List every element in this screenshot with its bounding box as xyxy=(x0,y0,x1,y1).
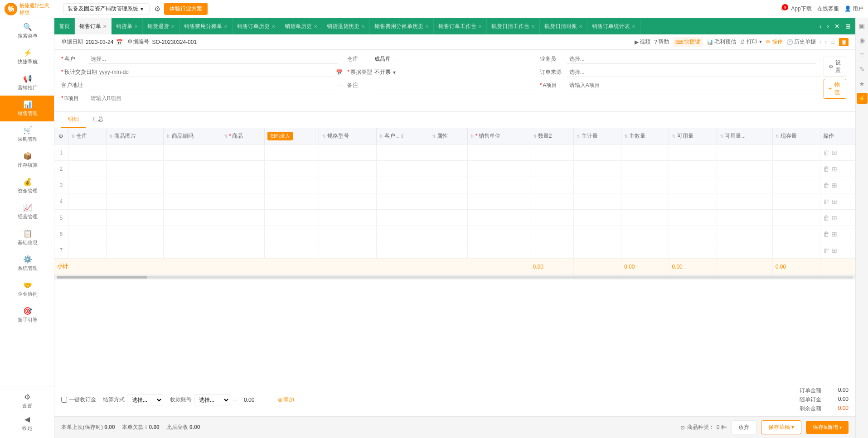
tab-close-12[interactable]: ✕ xyxy=(632,24,635,29)
tab-close-all-btn[interactable]: ✕ xyxy=(832,22,842,31)
row-customer-code[interactable] xyxy=(376,161,429,177)
delete-icon[interactable]: 🗑 xyxy=(823,214,829,221)
right-panel-icon-3[interactable]: ≡ xyxy=(857,49,868,60)
tab-menu-btn[interactable]: ⊞ xyxy=(843,22,853,31)
sidebar-item-10[interactable]: 🤝企业协同 xyxy=(0,276,54,302)
copy-icon[interactable]: ⊞ xyxy=(832,182,837,189)
row-warehouse[interactable] xyxy=(68,193,106,210)
sort-asc-icon4[interactable]: ⇅ xyxy=(224,134,228,139)
tab-close-10[interactable]: ✕ xyxy=(531,24,535,29)
sort-asc-icon13[interactable]: ⇅ xyxy=(720,134,723,139)
sidebar-item-11[interactable]: 🎯新手引导 xyxy=(0,302,54,328)
row-warehouse[interactable] xyxy=(68,177,106,193)
toolbar-active-btn[interactable]: ▣ xyxy=(839,38,849,46)
row-code[interactable] xyxy=(164,226,221,242)
right-panel-icon-4[interactable]: ✎ xyxy=(857,64,868,75)
row-spec[interactable] xyxy=(319,161,376,177)
history-link[interactable]: 🕐 历史单据 xyxy=(786,38,816,46)
remark-input[interactable] xyxy=(374,81,535,90)
ops-btn[interactable]: ⚙ 操作 xyxy=(766,38,783,46)
row-warehouse[interactable] xyxy=(68,242,106,259)
tab-item-4[interactable]: 销售费用分摊单✕ xyxy=(179,18,233,34)
copy-icon[interactable]: ⊞ xyxy=(832,149,837,156)
scroll-thumb[interactable] xyxy=(57,276,147,279)
delete-icon[interactable]: 🗑 xyxy=(823,182,829,189)
sidebar-item-0[interactable]: 🔍搜索菜单 xyxy=(0,18,54,44)
sort-asc-icon8[interactable]: ⇅ xyxy=(470,134,474,139)
order-source-input[interactable] xyxy=(567,67,821,77)
row-qty2[interactable] xyxy=(530,193,573,210)
save-new-btn[interactable]: 保存&新增 ▾ xyxy=(806,421,849,434)
row-code[interactable] xyxy=(164,193,221,210)
row-property[interactable] xyxy=(429,177,467,193)
tab-item-6[interactable]: 销货单历史✕ xyxy=(280,18,322,34)
copy-icon[interactable]: ⊞ xyxy=(832,214,837,221)
customer-more-icon[interactable]: ··· xyxy=(339,57,343,62)
row-property[interactable] xyxy=(429,242,467,259)
row-product[interactable] xyxy=(221,242,264,259)
row-qty2[interactable] xyxy=(530,161,573,177)
sort-asc-icon6[interactable]: ⇅ xyxy=(379,134,383,139)
horizontal-scrollbar[interactable] xyxy=(54,275,855,279)
row-warehouse[interactable] xyxy=(68,161,106,177)
right-panel-icon-2[interactable]: ◉ xyxy=(857,35,868,46)
tab-item-11[interactable]: 钱货日清对账✕ xyxy=(540,18,587,34)
message-badge[interactable]: ✉ 9 xyxy=(781,6,786,12)
row-spec[interactable] xyxy=(319,226,376,242)
settings-icon[interactable]: ⚙ xyxy=(154,5,160,13)
tab-item-0[interactable]: 首页 xyxy=(54,18,75,34)
sidebar-item-8[interactable]: 📋基础信息 xyxy=(0,225,54,250)
row-main-qty[interactable] xyxy=(621,177,669,193)
sort-asc-icon2[interactable]: ⇅ xyxy=(109,134,113,139)
toolbar-prev-btn[interactable]: ‹ xyxy=(820,39,821,45)
customer-input[interactable] xyxy=(88,54,338,64)
row-warehouse[interactable] xyxy=(68,226,106,242)
add-product-btn[interactable]: +物流 xyxy=(824,79,846,99)
online-service-link[interactable]: 在线客服 xyxy=(817,5,839,13)
toolbar-grid-btn[interactable]: ☰ xyxy=(830,39,835,45)
tab-item-7[interactable]: 销货退货历史✕ xyxy=(322,18,370,34)
tab-item-3[interactable]: 销货退货✕ xyxy=(143,18,179,34)
sort-asc-icon14[interactable]: ⇅ xyxy=(776,134,779,139)
sidebar-collapse[interactable]: ◀ 收起 xyxy=(0,412,54,434)
tab-next-btn[interactable]: › xyxy=(824,22,831,31)
row-spec[interactable] xyxy=(319,242,376,259)
copy-icon[interactable]: ⊞ xyxy=(832,165,837,173)
copy-icon[interactable]: ⊞ xyxy=(832,231,837,238)
row-spec[interactable] xyxy=(319,177,376,193)
tab-item-1[interactable]: 销售订单✕ xyxy=(75,18,112,34)
row-property[interactable] xyxy=(429,193,467,210)
right-panel-icon-6[interactable]: ⚡ xyxy=(857,93,868,104)
row-qty2[interactable] xyxy=(530,242,573,259)
scan-btn[interactable]: 扫码录入 xyxy=(267,132,293,140)
b-project-input[interactable] xyxy=(88,94,821,103)
sidebar-item-3[interactable]: 📊销售管理 xyxy=(0,96,54,121)
row-customer-code[interactable] xyxy=(376,242,429,259)
copy-icon[interactable]: ⊞ xyxy=(832,247,837,254)
one-click-label[interactable]: 一键收订金 xyxy=(61,396,96,404)
info-icon[interactable]: ℹ xyxy=(401,133,403,139)
row-main-qty[interactable] xyxy=(621,242,669,259)
tab-item-8[interactable]: 销售费用分摊单历史✕ xyxy=(370,18,434,34)
right-panel-icon-5[interactable]: ★ xyxy=(857,78,868,89)
account-more-icon[interactable]: ··· xyxy=(233,397,237,403)
toolbar-next-btn[interactable]: › xyxy=(825,39,827,45)
account-select[interactable]: 选择... xyxy=(194,395,230,405)
a-project-input[interactable] xyxy=(567,81,821,90)
sidebar-settings[interactable]: ⚙ 设置 xyxy=(0,390,54,412)
shortcut-link[interactable]: ⌨ 快捷键 xyxy=(673,37,703,47)
row-customer-code[interactable] xyxy=(376,210,429,226)
tab-close-6[interactable]: ✕ xyxy=(314,24,317,29)
row-code[interactable] xyxy=(164,144,221,161)
row-qty2[interactable] xyxy=(530,226,573,242)
row-code[interactable] xyxy=(164,210,221,226)
row-customer-code[interactable] xyxy=(376,144,429,161)
sidebar-item-5[interactable]: 📦库存核算 xyxy=(0,147,54,173)
copy-icon[interactable]: ⊞ xyxy=(832,198,837,205)
invoice-dropdown-icon[interactable]: ▾ xyxy=(393,69,396,76)
row-unit[interactable] xyxy=(467,226,530,242)
row-product[interactable] xyxy=(221,177,264,193)
row-code[interactable] xyxy=(164,242,221,259)
detail-tab-summary[interactable]: 汇总 xyxy=(86,112,110,128)
sidebar-item-2[interactable]: 📢营销推广 xyxy=(0,70,54,96)
